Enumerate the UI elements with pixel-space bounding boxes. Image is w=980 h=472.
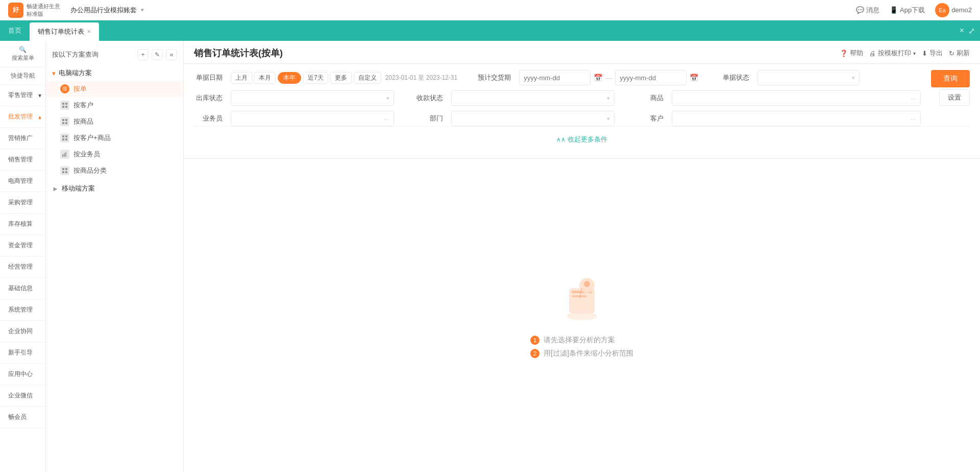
date-btn-last-month[interactable]: 上月 — [231, 72, 252, 84]
sidebar-item-purchase[interactable]: 采购管理 — [0, 192, 45, 214]
plan-item-by-customer[interactable]: 按客户 — [46, 97, 183, 113]
svg-rect-12 — [62, 154, 63, 157]
goods-input-area[interactable]: ··· — [672, 90, 921, 106]
sidebar-item-finance[interactable]: 资金管理 — [0, 235, 45, 256]
delivery-status-select[interactable]: ▾ — [231, 90, 394, 106]
logo-text: 畅捷通好生意 标准版 — [27, 3, 60, 17]
bill-date-label: 单据日期 — [194, 73, 223, 82]
calendar-icon-start[interactable]: 📅 — [594, 74, 602, 82]
setting-button[interactable]: 设置 — [939, 89, 970, 106]
plan-item-by-salesman[interactable]: 按业务员 — [46, 146, 183, 162]
title-dropdown-arrow[interactable]: ▾ — [141, 7, 144, 13]
help-button[interactable]: ❓ 帮助 — [840, 49, 863, 58]
sidebar-item-retail[interactable]: 零售管理 ▾ — [0, 85, 45, 106]
svg-rect-7 — [65, 122, 67, 124]
top-bar-left: 好 畅捷通好生意 标准版 办公用品行业模拟账套 ▾ — [8, 3, 144, 18]
date-separator: — — [605, 74, 612, 82]
date-btn-this-year[interactable]: 本年 — [278, 72, 301, 84]
collapse-panel-button[interactable]: « — [166, 49, 177, 60]
sidebar-item-newbie[interactable]: 新手引导 — [0, 342, 45, 364]
plan-item-by-order[interactable]: 按 按单 — [46, 81, 183, 97]
svg-rect-15 — [62, 168, 64, 170]
goods-dots-icon[interactable]: ··· — [911, 95, 916, 102]
sidebar-item-wechat[interactable]: 企业微信 — [0, 385, 45, 407]
edit-plan-button[interactable]: ✎ — [152, 49, 163, 60]
date-btn-this-month[interactable]: 本月 — [254, 72, 276, 84]
app-download-button[interactable]: 📱 App下载 — [890, 6, 925, 15]
svg-rect-16 — [65, 168, 67, 170]
print-dropdown-icon: ▾ — [913, 51, 916, 56]
query-button[interactable]: 查询 — [931, 70, 970, 87]
customer-label: 客户 — [635, 114, 664, 123]
tab-active[interactable]: 销售订单统计表 × — [30, 22, 99, 41]
date-btn-custom[interactable]: 自定义 — [354, 72, 381, 84]
svg-rect-11 — [65, 138, 67, 140]
template-print-button[interactable]: 🖨 按模板打印 ▾ — [869, 49, 916, 58]
collapse-icon: ∧∧ — [556, 136, 566, 143]
delivery-status-label: 出库状态 — [194, 93, 223, 103]
user-menu[interactable]: Ea demo2 — [935, 3, 972, 17]
mobile-plan-header[interactable]: ► 移动端方案 — [46, 181, 183, 196]
sidebar-item-operation[interactable]: 经营管理 — [0, 256, 45, 278]
sidebar-item-wholesale[interactable]: 批发管理 ▴ — [0, 106, 45, 128]
collection-status-select[interactable]: ▾ — [451, 90, 615, 106]
sidebar-item-marketing[interactable]: 营销推广 — [0, 128, 45, 149]
left-panel-actions: + ✎ « — [137, 49, 177, 60]
customer-input-area[interactable]: ··· — [672, 111, 921, 126]
collapse-button[interactable]: ∧∧ 收起更多条件 — [548, 131, 616, 148]
sidebar-item-system[interactable]: 系统管理 — [0, 299, 45, 321]
plan-item-by-category[interactable]: 按商品分类 — [46, 162, 183, 179]
refresh-button[interactable]: ↻ 刷新 — [949, 49, 970, 58]
plan-item-by-goods[interactable]: 按商品 — [46, 113, 183, 130]
sidebar-item-appcenter[interactable]: 应用中心 — [0, 364, 45, 385]
plan-by-customer-icon — [60, 101, 69, 110]
expected-date-group: 📅 — 📅 — [519, 70, 698, 85]
plan-item-by-customer-goods[interactable]: 按客户+商品 — [46, 130, 183, 146]
customer-dots-icon[interactable]: ··· — [911, 115, 916, 123]
app-icon: 📱 — [890, 6, 898, 14]
page-title-bar: 销售订单统计表(按单) ❓ 帮助 🖨 按模板打印 ▾ ⬇ 导出 — [184, 41, 980, 64]
message-icon: 💬 — [856, 6, 864, 14]
empty-text: 1 请先选择要分析的方案 2 用[过滤]条件来缩小分析范围 — [530, 336, 633, 358]
sidebar-item-sales[interactable]: 销售管理 — [0, 149, 45, 171]
expected-date-end-input[interactable] — [615, 70, 687, 85]
goods-label: 商品 — [635, 93, 664, 103]
svg-rect-0 — [62, 103, 64, 105]
help-icon: ❓ — [840, 50, 848, 57]
mobile-plan-section: ► 移动端方案 — [46, 181, 183, 196]
add-plan-button[interactable]: + — [137, 49, 149, 60]
expected-date-start-input[interactable] — [519, 70, 591, 85]
message-button[interactable]: 💬 消息 — [856, 6, 879, 15]
department-select[interactable]: ▾ — [451, 111, 615, 126]
tab-maximize-button[interactable]: ⤢ — [968, 26, 975, 36]
tab-minimize-button[interactable]: × — [960, 26, 964, 36]
export-button[interactable]: ⬇ 导出 — [922, 49, 943, 58]
sidebar-item-member[interactable]: 畅会员 — [0, 407, 45, 428]
department-label: 部门 — [414, 114, 443, 123]
tab-close-icon[interactable]: × — [87, 28, 91, 35]
date-range-text: 2023-01-01 至 2023-12-31 — [385, 74, 457, 82]
filter-row-3: 业务员 ··· 部门 ▾ 客户 ··· — [194, 111, 921, 126]
salesman-input-area[interactable]: ··· — [231, 111, 394, 126]
mobile-plan-arrow-icon: ► — [52, 185, 59, 193]
refresh-icon: ↻ — [949, 50, 954, 57]
plan-by-goods-icon — [60, 117, 69, 126]
tab-home[interactable]: 首页 — [0, 20, 30, 41]
empty-num-1: 1 — [530, 336, 540, 345]
calendar-icon-end[interactable]: 📅 — [690, 74, 698, 82]
sidebar-search[interactable]: 🔍 搜索菜单 — [0, 41, 45, 67]
bill-status-label: 单据状态 — [719, 73, 749, 82]
sidebar-item-ecommerce[interactable]: 电商管理 — [0, 171, 45, 192]
sidebar-quicknav[interactable]: 快捷导航 — [0, 67, 45, 85]
salesman-dots-icon[interactable]: ··· — [384, 115, 389, 123]
date-btn-more[interactable]: 更多 — [330, 72, 352, 84]
pc-plan-header[interactable]: ▾ 电脑端方案 — [46, 65, 183, 81]
bill-status-select[interactable]: ▾ — [757, 70, 860, 85]
delivery-arrow-icon: ▾ — [386, 95, 389, 102]
date-btn-7days[interactable]: 近7天 — [303, 72, 328, 84]
sidebar-item-inventory[interactable]: 库存核算 — [0, 214, 45, 235]
svg-rect-3 — [65, 106, 67, 108]
svg-rect-13 — [64, 153, 65, 157]
sidebar-item-collab[interactable]: 企业协同 — [0, 321, 45, 342]
sidebar-item-basic[interactable]: 基础信息 — [0, 278, 45, 299]
